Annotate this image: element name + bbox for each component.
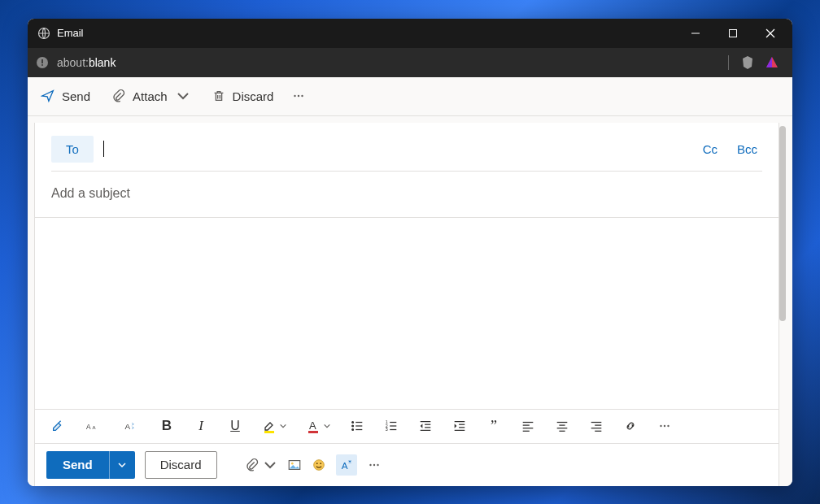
svg-text:A: A: [125, 422, 131, 431]
compose-area: To Cc Bcc AA A: [28, 116, 792, 486]
svg-rect-7: [41, 64, 43, 66]
addr-divider: [728, 55, 729, 70]
window-title: Email: [57, 27, 84, 39]
scrollbar-thumb[interactable]: [779, 126, 786, 321]
underline-button[interactable]: U: [227, 418, 243, 434]
send-label: Send: [62, 89, 90, 103]
send-options-button[interactable]: [109, 451, 135, 479]
message-body[interactable]: [35, 218, 779, 410]
bullet-list-button[interactable]: [349, 418, 365, 434]
svg-point-21: [352, 425, 354, 427]
svg-point-52: [664, 425, 665, 427]
svg-point-57: [316, 463, 317, 464]
font-family-icon[interactable]: A: [121, 418, 141, 434]
increase-indent-button[interactable]: [451, 418, 468, 434]
svg-point-56: [313, 459, 324, 470]
svg-point-61: [373, 463, 374, 465]
paint-format-icon[interactable]: [50, 418, 66, 434]
svg-text:A: A: [86, 424, 91, 431]
discard-button-top[interactable]: Discard: [207, 84, 279, 108]
svg-point-58: [320, 463, 321, 464]
subject-row: [35, 172, 779, 218]
not-secure-icon: [36, 56, 49, 69]
maximize-button[interactable]: [714, 19, 752, 48]
svg-point-10: [294, 95, 296, 97]
text-cursor: [103, 141, 104, 157]
quote-button[interactable]: ”: [486, 418, 502, 434]
send-button-top[interactable]: Send: [36, 84, 95, 108]
svg-point-11: [298, 95, 299, 97]
more-actions-button[interactable]: [367, 458, 382, 472]
align-left-button[interactable]: [520, 418, 536, 434]
vertical-scrollbar[interactable]: [779, 123, 786, 486]
svg-point-55: [290, 462, 293, 464]
bcc-button[interactable]: Bcc: [732, 139, 762, 159]
chevron-down-icon: [176, 89, 190, 103]
numbered-list-button[interactable]: 123: [383, 418, 399, 434]
decrease-indent-button[interactable]: [417, 418, 434, 434]
svg-point-60: [369, 463, 371, 465]
chevron-down-icon: [117, 460, 127, 470]
subject-input[interactable]: [51, 186, 762, 201]
close-button[interactable]: [752, 19, 789, 48]
svg-rect-18: [308, 431, 318, 433]
svg-text:A: A: [93, 425, 96, 430]
highlight-color-button[interactable]: [261, 418, 287, 434]
titlebar: Email: [28, 19, 792, 48]
align-center-button[interactable]: [554, 418, 570, 434]
bold-button[interactable]: B: [159, 418, 175, 434]
emoji-button[interactable]: [312, 458, 326, 472]
format-toolbar: AA A B I U A: [35, 410, 779, 444]
discard-label: Discard: [233, 89, 274, 103]
to-field-label[interactable]: To: [51, 136, 94, 163]
address-bar: about:blank: [28, 48, 792, 77]
svg-text:A: A: [309, 419, 316, 432]
attach-label: Attach: [133, 89, 168, 103]
attach-inline-button[interactable]: [245, 458, 277, 472]
cc-button[interactable]: Cc: [698, 139, 722, 159]
svg-marker-9: [766, 57, 772, 67]
minimize-button[interactable]: [677, 19, 714, 48]
attach-button[interactable]: Attach: [107, 84, 195, 108]
globe-icon: [37, 27, 50, 40]
to-input[interactable]: [114, 137, 688, 161]
insert-picture-button[interactable]: [287, 458, 302, 472]
font-size-icon[interactable]: AA: [84, 418, 103, 434]
send-split-button: Send: [46, 451, 135, 479]
svg-text:A: A: [341, 459, 347, 470]
toggle-formatting-button[interactable]: A: [336, 454, 357, 476]
send-button[interactable]: Send: [46, 451, 109, 479]
insert-link-button[interactable]: [622, 418, 639, 434]
email-compose-window: Email about:blank Send Attach: [28, 19, 792, 486]
svg-rect-6: [41, 59, 43, 63]
compose-toolbar: Send Attach Discard: [28, 77, 792, 116]
svg-point-23: [352, 429, 354, 431]
chevron-down-icon: [263, 458, 277, 472]
svg-rect-2: [730, 29, 737, 37]
svg-point-19: [352, 422, 354, 424]
svg-text:3: 3: [386, 427, 388, 432]
svg-point-12: [302, 95, 303, 97]
brave-wallet-icon[interactable]: [765, 55, 779, 70]
chevron-down-icon: [279, 422, 287, 430]
italic-button[interactable]: I: [193, 418, 209, 434]
svg-point-53: [667, 425, 669, 427]
chevron-down-icon: [323, 422, 331, 430]
font-color-button[interactable]: A: [305, 418, 331, 434]
bottom-action-bar: Send Discard A: [35, 444, 779, 486]
more-format-button[interactable]: [656, 418, 673, 434]
to-row: To Cc Bcc: [35, 123, 779, 171]
brave-shields-icon[interactable]: [740, 55, 755, 70]
svg-point-62: [377, 463, 378, 465]
svg-rect-16: [264, 431, 274, 433]
discard-button[interactable]: Discard: [145, 451, 217, 479]
align-right-button[interactable]: [588, 418, 604, 434]
svg-point-51: [660, 425, 661, 427]
more-options-button[interactable]: [290, 84, 308, 108]
url-text[interactable]: about:blank: [57, 56, 116, 69]
